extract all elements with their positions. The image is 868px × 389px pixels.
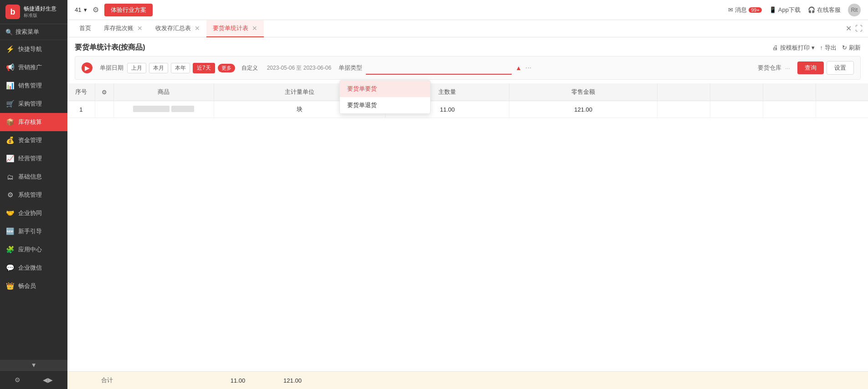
warehouse-more-icon[interactable]: ···	[785, 65, 790, 72]
sidebar-item-system[interactable]: ⚙ 系统管理	[0, 186, 67, 204]
cell-extra2	[710, 101, 763, 118]
col-product: 商品	[113, 83, 214, 101]
tab-close-all-icon[interactable]: ✕	[846, 24, 852, 33]
purchase-icon: 🛒	[5, 99, 15, 108]
more-dates-btn[interactable]: 更多	[218, 64, 235, 72]
sidebar-item-operations[interactable]: 📈 经营管理	[0, 149, 67, 168]
marketing-icon: 📢	[5, 63, 15, 72]
type-filter-input[interactable]	[366, 61, 512, 75]
app-subtitle: 标准版	[24, 12, 56, 19]
trial-industry-button[interactable]: 体验行业方案	[104, 4, 153, 16]
sidebar-item-guide[interactable]: 🆕 新手引导	[0, 222, 67, 241]
last-month-btn[interactable]: 上月	[127, 63, 146, 73]
sidebar-scroll-down-btn[interactable]: ▼	[0, 360, 67, 370]
sidebar-item-label: 营销推广	[18, 63, 42, 72]
filter-bar: ▶ 单据日期 上月 本月 本年 近7天 更多 自定义 2023-05-06 至 …	[75, 56, 861, 80]
store-selector[interactable]: 41 ▾	[75, 6, 87, 13]
sidebar-item-label: 采购管理	[18, 100, 42, 108]
footer-total-qty: 11.00	[211, 377, 265, 384]
table-footer: 合计 11.00 121.00	[67, 371, 868, 389]
sidebar-search[interactable]: 🔍 搜索菜单	[0, 24, 67, 40]
type-chevron-up-icon[interactable]: ▲	[515, 64, 522, 72]
topbar-right: ✉ 消息 99+ 📱 App下载 🎧 在线客服 Rit	[728, 4, 861, 16]
tab-receipt-summary-close[interactable]: ✕	[195, 25, 200, 32]
tab-order-stats-close[interactable]: ✕	[252, 25, 257, 32]
filter-expand-button[interactable]: ▶	[82, 62, 92, 73]
col-extra4	[816, 83, 868, 101]
sidebar-footer: ⚙ ◀▶	[0, 370, 67, 389]
tab-order-stats[interactable]: 要货单统计表 ✕	[206, 20, 264, 37]
sidebar-logo: b 畅捷通好生意 标准版	[0, 0, 67, 24]
type-more-icon[interactable]: ···	[525, 64, 531, 72]
query-button[interactable]: 查询	[797, 61, 824, 74]
this-month-btn[interactable]: 本月	[149, 63, 168, 73]
tab-receipt-summary[interactable]: 收发存汇总表 ✕	[149, 20, 206, 37]
print-template-button[interactable]: 🖨 按模板打印 ▾	[772, 44, 815, 52]
operations-icon: 📈	[5, 154, 15, 163]
warehouse-filter-label: 要货仓库	[758, 64, 781, 72]
sidebar-nav: ⚡ 快捷导航 📢 营销推广 📊 销售管理 🛒 采购管理 📦 库存核算 💰 资金管…	[0, 40, 67, 360]
sidebar-item-apps[interactable]: 🧩 应用中心	[0, 241, 67, 259]
tab-order-stats-label: 要货单统计表	[213, 24, 248, 32]
message-btn[interactable]: ✉ 消息 99+	[728, 6, 762, 14]
sidebar-item-inventory[interactable]: 📦 库存核算	[0, 113, 67, 131]
tab-batch-accounts-close[interactable]: ✕	[137, 25, 143, 32]
col-settings[interactable]: ⚙	[95, 83, 113, 101]
sidebar-item-basic[interactable]: 🗂 基础信息	[0, 168, 67, 186]
sidebar-item-label: 销售管理	[18, 82, 42, 90]
settings-button[interactable]: 设置	[827, 61, 854, 75]
export-button[interactable]: ↑ 导出	[820, 44, 837, 52]
tab-batch-accounts-label: 库存批次账	[104, 24, 134, 32]
sidebar-item-label: 库存核算	[18, 118, 42, 126]
sidebar-item-marketing[interactable]: 📢 营销推广	[0, 58, 67, 77]
topbar: 41 ▾ ⚙ 体验行业方案 ✉ 消息 99+ 📱 App下载 🎧 在线客服 Ri…	[67, 0, 868, 20]
app-download-btn[interactable]: 📱 App下载	[769, 6, 801, 14]
avatar-text: Rit	[851, 7, 858, 13]
service-label: 在线客服	[817, 6, 841, 14]
product-name-placeholder	[133, 106, 169, 112]
tab-home[interactable]: 首页	[73, 20, 98, 37]
custom-date-btn[interactable]: 自定义	[238, 63, 262, 73]
sidebar-item-wechat[interactable]: 💬 企业微信	[0, 259, 67, 277]
apps-icon: 🧩	[5, 245, 15, 254]
date-buttons: 上月 本月 本年 近7天 更多 自定义	[127, 63, 262, 73]
sidebar-item-enterprise[interactable]: 🤝 企业协同	[0, 204, 67, 222]
product-code-placeholder	[171, 106, 194, 112]
quick-nav-icon: ⚡	[5, 45, 15, 54]
refresh-button[interactable]: ↻ 刷新	[842, 44, 861, 52]
message-badge: 99+	[749, 7, 762, 13]
chevron-down-icon: ▾	[84, 6, 87, 13]
data-table-container: 序号 ⚙ 商品 主计量单位 主数量 零售金额 1	[67, 83, 868, 371]
inventory-icon: 📦	[5, 118, 15, 127]
sidebar-item-member[interactable]: 👑 畅会员	[0, 277, 67, 295]
app-logo-icon: b	[5, 5, 20, 19]
tab-batch-accounts[interactable]: 库存批次账 ✕	[98, 20, 149, 37]
main-area: 41 ▾ ⚙ 体验行业方案 ✉ 消息 99+ 📱 App下载 🎧 在线客服 Ri…	[67, 0, 868, 389]
chevron-down-icon: ▾	[812, 44, 815, 51]
message-label: 消息	[735, 6, 747, 14]
cell-extra3	[763, 101, 816, 118]
sidebar-item-purchase[interactable]: 🛒 采购管理	[0, 95, 67, 113]
refresh-icon: ↻	[842, 44, 847, 51]
sidebar-item-sales[interactable]: 📊 销售管理	[0, 77, 67, 95]
sidebar-toggle-btn[interactable]: ◀▶	[41, 374, 55, 385]
online-service-btn[interactable]: 🎧 在线客服	[808, 6, 841, 14]
sidebar-item-finance[interactable]: 💰 资金管理	[0, 131, 67, 149]
last-7-days-btn[interactable]: 近7天	[193, 63, 215, 73]
this-year-btn[interactable]: 本年	[171, 63, 190, 73]
sidebar-item-label: 企业微信	[18, 264, 42, 272]
sidebar-item-quick-nav[interactable]: ⚡ 快捷导航	[0, 40, 67, 58]
sidebar-item-label: 应用中心	[18, 246, 42, 254]
table-header-row: 序号 ⚙ 商品 主计量单位 主数量 零售金额	[67, 83, 868, 101]
dropdown-item-order-return[interactable]: 要货单退货	[340, 97, 430, 113]
member-icon: 👑	[5, 282, 15, 291]
user-avatar[interactable]: Rit	[848, 4, 861, 16]
tabbar-actions: ✕ ⛶	[846, 24, 863, 33]
refresh-label: 刷新	[849, 44, 861, 52]
search-icon: 🔍	[5, 29, 13, 36]
tab-expand-icon[interactable]: ⛶	[855, 25, 863, 33]
sidebar-settings-btn[interactable]: ⚙	[13, 374, 22, 385]
sidebar-item-label: 畅会员	[18, 282, 36, 290]
topbar-settings-icon[interactable]: ⚙	[92, 5, 99, 14]
dropdown-item-order-goods[interactable]: 要货单要货	[340, 81, 430, 97]
